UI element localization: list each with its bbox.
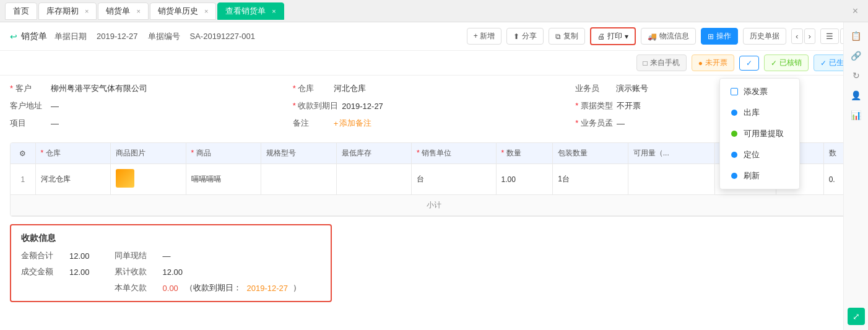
list-view-button[interactable]: ☰	[820, 28, 839, 44]
ticket-type-value: 不开票	[617, 100, 641, 111]
tab-inventory-label: 库存期初	[46, 6, 79, 17]
doc-meta: 单据日期 2019-12-27 单据编号 SA-20191227-001	[54, 31, 255, 42]
new-button-label: + 新增	[474, 31, 495, 41]
reconcile-icon: ✓	[771, 59, 777, 67]
sidebar-user-icon-btn[interactable]: 👤	[848, 87, 865, 104]
mobile-label: 来自手机	[650, 58, 680, 68]
tab-inventory[interactable]: 库存期初 ×	[38, 2, 97, 20]
outbound-label: 出库	[744, 107, 760, 118]
row-quantity: 1.00	[496, 164, 553, 195]
print-button-label: 打印	[607, 31, 622, 41]
warehouse-field: 仓库 河北仓库	[293, 83, 576, 94]
total-received-label: 累计收款	[115, 266, 158, 277]
deal-amount-row: 成交金额 12.00	[21, 266, 90, 277]
row-package-qty: 1台	[553, 164, 628, 195]
th-unit: 销售单位	[412, 143, 497, 164]
doc-actions: + 新增 ⬆ 分享 ⧉ 复制 🖨 打印 ▾ 🚚 物流信息 ⊞ 操作	[467, 27, 858, 45]
operations-dropdown: 添发票 出库 可用量提取 定位 刷新	[719, 78, 800, 189]
customer-field: 客户 柳州粤港平安气体有限公司	[10, 83, 293, 94]
doc-type-label: 销货单	[21, 31, 47, 42]
next-button[interactable]: ›	[804, 28, 815, 44]
sidebar-refresh-icon-btn[interactable]: ↻	[848, 67, 865, 84]
sidebar-chart-icon-btn[interactable]: 📊	[848, 106, 865, 124]
prev-button[interactable]: ‹	[791, 28, 802, 44]
th-product-image: 商品图片	[111, 143, 186, 164]
sidebar-link-icon-btn[interactable]: 🔗	[848, 47, 865, 64]
payment-rows: 金额合计 12.00 成交金额 12.00 同单现结 — 累计收款 12.00	[21, 250, 321, 293]
copy-button[interactable]: ⧉ 复制	[549, 28, 585, 45]
logistics-button[interactable]: 🚚 物流信息	[641, 28, 696, 45]
amount-total-value: 12.00	[69, 251, 90, 261]
doc-header: ↩ 销货单 单据日期 2019-12-27 单据编号 SA-20191227-0…	[0, 22, 868, 51]
global-close-button[interactable]: ×	[848, 3, 863, 19]
th-min-stock: 最低库存	[336, 143, 412, 164]
tab-bar: 首页 库存期初 × 销货单 × 销货单历史 × 查看销货单 × ×	[0, 0, 868, 22]
outstanding-date-suffix: ）	[293, 282, 301, 293]
print-dropdown-icon: ▾	[625, 32, 628, 41]
sidebar-copy-icon-btn[interactable]: 📋	[848, 27, 865, 45]
dropdown-outbound[interactable]: 出库	[720, 102, 799, 123]
subtotal-row: 小计	[11, 195, 857, 216]
doc-type-icon: ↩	[10, 32, 17, 41]
row-available	[628, 164, 714, 195]
tab-history[interactable]: 销货单历史 ×	[150, 2, 216, 20]
payment-col-left: 金额合计 12.00 成交金额 12.00	[21, 250, 90, 293]
main-content: ↩ 销货单 单据日期 2019-12-27 单据编号 SA-20191227-0…	[0, 22, 868, 330]
tab-sales-close[interactable]: ×	[136, 7, 140, 15]
customer-value: 柳州粤港平安气体有限公司	[51, 83, 147, 94]
note-field: 备注 + 添加备注	[293, 118, 576, 129]
note-label: 备注	[293, 118, 330, 129]
tab-sales[interactable]: 销货单 ×	[98, 2, 148, 20]
operations-button[interactable]: ⊞ 操作	[701, 28, 738, 45]
history-button[interactable]: 历史单据	[743, 28, 786, 45]
th-warehouse: 仓库	[35, 143, 111, 164]
verify-icon: ✓	[746, 59, 752, 67]
share-button[interactable]: ⬆ 分享	[506, 28, 544, 45]
add-invoice-label: 添发票	[744, 86, 768, 97]
new-button[interactable]: + 新增	[467, 28, 501, 45]
dropdown-refresh[interactable]: 刷新	[720, 165, 799, 186]
add-note-icon: +	[334, 119, 339, 128]
print-button[interactable]: 🖨 打印 ▾	[590, 27, 636, 45]
add-note-button[interactable]: + 添加备注	[334, 118, 372, 129]
ticket-type-field: 票据类型 不开票	[575, 100, 858, 111]
staff-field: 业务员 演示账号	[575, 83, 858, 94]
project-label: 项目	[10, 118, 47, 129]
outstanding-value: 0.00	[163, 284, 178, 293]
tab-view-sales-label: 查看销货单	[225, 6, 266, 17]
tab-sales-label: 销货单	[106, 6, 130, 17]
address-field: 客户地址 —	[10, 100, 293, 111]
ticket-type-label: 票据类型	[575, 100, 613, 111]
verify-status-btn[interactable]: ✓	[739, 56, 759, 71]
nav-arrows: ‹ ›	[791, 28, 815, 44]
logistics-button-label: 物流信息	[659, 31, 689, 41]
invoice-label: 未开票	[705, 58, 727, 68]
dropdown-available-qty[interactable]: 可用量提取	[720, 123, 799, 144]
tab-view-sales[interactable]: 查看销货单 ×	[217, 2, 284, 20]
tab-inventory-close[interactable]: ×	[85, 7, 89, 15]
staff2-field: 业务员孟 —	[575, 118, 858, 129]
history-button-label: 历史单据	[750, 31, 779, 41]
copy-icon: ⧉	[555, 32, 561, 41]
tab-home[interactable]: 首页	[5, 2, 37, 20]
dropdown-add-invoice[interactable]: 添发票	[720, 81, 799, 102]
operations-button-label: 操作	[716, 31, 731, 41]
th-quantity: 数量	[496, 143, 553, 164]
staff-value: 演示账号	[616, 83, 648, 94]
project-value: —	[51, 119, 59, 128]
sidebar-expand-icon-btn[interactable]: ⤢	[848, 308, 865, 325]
total-received-value: 12.00	[163, 267, 183, 277]
invoice-status-btn[interactable]: ● 未开票	[692, 54, 734, 71]
refresh-icon	[730, 172, 739, 180]
mobile-status-btn[interactable]: □ 来自手机	[636, 54, 687, 71]
tab-history-label: 销货单历史	[158, 6, 198, 17]
dropdown-locate[interactable]: 定位	[720, 144, 799, 165]
date-label: 单据日期	[54, 31, 87, 42]
payment-info: 收款信息 金额合计 12.00 成交金额 12.00 同单现结 — 累计收款	[10, 224, 332, 302]
number-label: 单据编号	[148, 31, 180, 42]
tab-view-sales-close[interactable]: ×	[272, 7, 276, 15]
warehouse-value: 河北仓库	[334, 83, 366, 94]
reconcile-status-btn[interactable]: ✓ 已核销	[764, 54, 809, 71]
tab-history-close[interactable]: ×	[204, 7, 208, 15]
invoice-icon: ●	[698, 59, 703, 67]
